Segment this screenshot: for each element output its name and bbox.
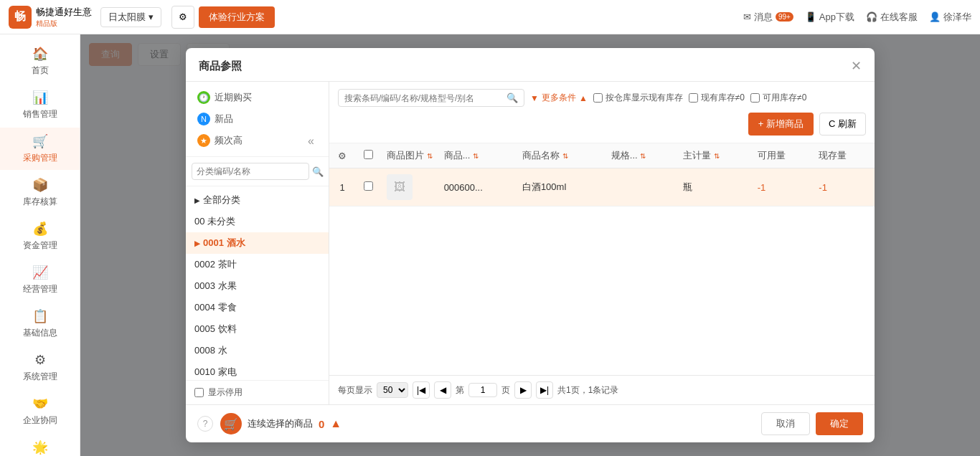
- modal-close-button[interactable]: ✕: [851, 58, 862, 74]
- per-page-label: 每页显示: [338, 384, 372, 396]
- nav-dropdown[interactable]: 日太阳膜 ▾: [100, 7, 161, 27]
- category-shortcuts: 🕐 近期购买 N 新品 ★ 频次高: [186, 82, 329, 157]
- user-profile[interactable]: 👤 徐泽华: [929, 11, 971, 24]
- category-panel: 🕐 近期购买 N 新品 ★ 频次高: [186, 82, 329, 404]
- cart-area: 🛒 连续选择的商品 0 ▲: [220, 413, 754, 434]
- refresh-button[interactable]: C 刷新: [819, 113, 866, 136]
- sidebar-label-operations: 经营管理: [23, 283, 57, 295]
- home-icon: 🏠: [32, 46, 48, 62]
- last-page-button[interactable]: ▶|: [536, 381, 553, 399]
- category-0004[interactable]: 0004 零食: [186, 297, 329, 318]
- purchase-icon: 🛒: [32, 133, 48, 149]
- product-search-input[interactable]: [344, 93, 504, 103]
- col-name-header: 商品名称 ⇅: [517, 143, 606, 168]
- row-available: -1: [752, 168, 814, 206]
- cancel-button[interactable]: 取消: [761, 412, 810, 435]
- confirm-button[interactable]: 确定: [816, 412, 863, 435]
- sidebar-item-inventory[interactable]: 📦 库存核算: [0, 171, 80, 214]
- checkbox-by-warehouse[interactable]: 按仓库显示现有库存: [593, 92, 683, 104]
- category-search-input[interactable]: [192, 163, 309, 180]
- modal-footer: ? 🛒 连续选择的商品 0 ▲ 取消 确定: [186, 404, 875, 442]
- page-number-input[interactable]: [468, 383, 497, 397]
- prev-page-button[interactable]: ◀: [434, 381, 451, 399]
- panel-collapse-button[interactable]: «: [302, 132, 320, 151]
- sidebar-label-sales: 销售管理: [23, 108, 57, 120]
- existing-checkbox[interactable]: [689, 93, 698, 103]
- shortcut-recent[interactable]: 🕐 近期购买: [192, 87, 302, 108]
- row-stock: -1: [813, 168, 875, 206]
- sidebar-item-operations[interactable]: 📈 经营管理: [0, 259, 80, 301]
- sidebar-label-basic: 基础信息: [23, 327, 57, 339]
- sidebar-item-guide[interactable]: 🌟 新手引导: [0, 434, 80, 456]
- filter-more-label: 更多条件: [542, 92, 576, 104]
- settings-button[interactable]: ⚙: [171, 6, 194, 29]
- category-0002[interactable]: 0002 茶叶: [186, 254, 329, 275]
- pagination-bar: 每页显示 50 |◀ ◀ 第 页 ▶ ▶| 共1页，1条记录: [329, 375, 875, 404]
- top-nav: 畅 畅捷通好生意 精品版 日太阳膜 ▾ ⚙ 体验行业方案 ✉ 消息 99+ 📱 …: [0, 0, 980, 34]
- show-disabled-label: 显示停用: [208, 386, 242, 399]
- sidebar-label-purchase: 采购管理: [23, 152, 57, 164]
- sidebar-item-enterprise[interactable]: 🤝 企业协同: [0, 390, 80, 432]
- category-00[interactable]: 00 未分类: [186, 211, 329, 232]
- avatar-icon: 👤: [929, 11, 941, 22]
- available-checkbox[interactable]: [750, 93, 760, 103]
- help-button[interactable]: ?: [197, 416, 213, 432]
- category-0001[interactable]: ▶ 0001 酒水: [186, 232, 329, 254]
- category-0003[interactable]: 0003 水果: [186, 275, 329, 297]
- product-panel: 🔍 ▼ 更多条件 ▲ 按仓库显示现有库存: [329, 82, 875, 404]
- online-support-button[interactable]: 🎧 在线客服: [866, 11, 918, 24]
- messages-button[interactable]: ✉ 消息 99+: [743, 11, 793, 24]
- collapse-cart-button[interactable]: ▲: [330, 417, 341, 430]
- row-unit: 瓶: [677, 168, 752, 206]
- category-search-icon[interactable]: 🔍: [312, 166, 324, 177]
- add-product-button[interactable]: + 新增商品: [748, 113, 814, 136]
- per-page-select[interactable]: 50: [377, 382, 408, 398]
- select-all-checkbox[interactable]: [364, 150, 373, 159]
- category-0005[interactable]: 0005 饮料: [186, 318, 329, 340]
- col-unit-header: 主计量 ⇅: [677, 143, 752, 168]
- category-all-label: 全部分类: [203, 194, 240, 206]
- trial-button[interactable]: 体验行业方案: [199, 6, 275, 28]
- arrow-icon-0001: ▶: [194, 239, 200, 247]
- footer-buttons: 取消 确定: [761, 412, 863, 435]
- shortcut-new[interactable]: N 新品: [192, 109, 302, 129]
- row-checkbox[interactable]: [355, 168, 381, 206]
- first-page-button[interactable]: |◀: [413, 381, 430, 399]
- shortcut-frequent[interactable]: ★ 频次高: [192, 130, 302, 151]
- sidebar-item-basic[interactable]: 📋 基础信息: [0, 303, 80, 345]
- show-disabled-area: 显示停用: [186, 380, 329, 404]
- search-icon[interactable]: 🔍: [507, 92, 518, 103]
- category-all[interactable]: ▶ 全部分类: [186, 189, 329, 211]
- checkbox-existing[interactable]: 现有库存≠0: [689, 92, 745, 104]
- sidebar-item-sales[interactable]: 📊 销售管理: [0, 84, 80, 126]
- sidebar-item-purchase[interactable]: 🛒 采购管理: [0, 128, 80, 170]
- sidebar-item-system[interactable]: ⚙ 系统管理: [0, 346, 80, 389]
- logo-badge: 精品版: [36, 19, 92, 29]
- show-disabled-checkbox[interactable]: [194, 388, 204, 397]
- table-row[interactable]: 1 🖼 000600... 白酒100ml: [329, 168, 875, 206]
- headset-icon: 🎧: [866, 11, 877, 22]
- logo-icon: 畅: [9, 6, 32, 29]
- sidebar-item-home[interactable]: 🏠 首页: [0, 40, 80, 82]
- checkbox-available[interactable]: 可用库存≠0: [750, 92, 806, 104]
- sidebar-label-finance: 资金管理: [23, 239, 57, 252]
- app-download-button[interactable]: 📱 App下载: [805, 11, 854, 24]
- category-00-label: 00 未分类: [194, 215, 235, 228]
- product-reference-modal: 商品参照 ✕ 🕐 近期购买: [186, 48, 875, 442]
- enterprise-icon: 🤝: [32, 396, 48, 412]
- modal-title: 商品参照: [199, 60, 242, 73]
- arrow-icon: ▶: [194, 196, 200, 204]
- filter-more-button[interactable]: ▼ 更多条件 ▲: [530, 92, 588, 104]
- col-settings[interactable]: ⚙: [329, 143, 355, 168]
- sidebar-item-finance[interactable]: 💰 资金管理: [0, 215, 80, 257]
- category-0008[interactable]: 0008 水: [186, 340, 329, 361]
- next-page-button[interactable]: ▶: [514, 381, 532, 399]
- page-label: 第: [456, 384, 464, 396]
- guide-icon: 🌟: [32, 440, 48, 455]
- row-select-checkbox[interactable]: [364, 181, 373, 191]
- category-0008-label: 0008 水: [194, 344, 227, 357]
- cart-label: 连续选择的商品: [248, 417, 313, 430]
- category-0010[interactable]: 0010 家电: [186, 361, 329, 380]
- by-warehouse-checkbox[interactable]: [593, 93, 603, 103]
- message-badge: 99+: [776, 12, 793, 22]
